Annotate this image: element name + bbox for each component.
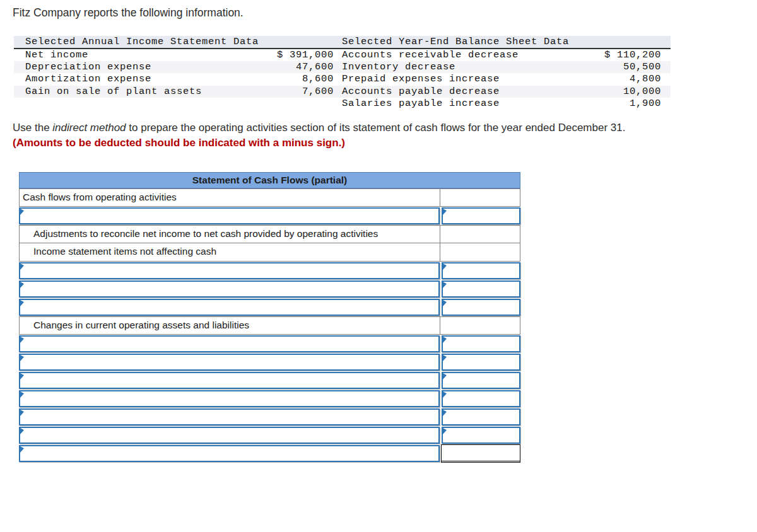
- worksheet-label-row: Adjustments to reconcile net income to n…: [19, 225, 520, 243]
- worksheet-account-input[interactable]: [19, 207, 440, 224]
- worksheet-amount-input[interactable]: [442, 262, 520, 279]
- worksheet-input-row: [19, 262, 520, 280]
- instruction-italic: indirect method: [52, 122, 126, 134]
- worksheet-row-label: Cash flows from operating activities: [20, 189, 440, 206]
- cash-flow-worksheet: Statement of Cash Flows (partial) Cash f…: [19, 172, 520, 463]
- worksheet-amount-input[interactable]: [442, 427, 520, 444]
- worksheet-amount-cell: [440, 243, 520, 261]
- worksheet-account-input[interactable]: [19, 299, 440, 316]
- worksheet-account-input[interactable]: [19, 427, 440, 444]
- worksheet-input-row: [19, 408, 520, 426]
- worksheet-account-input[interactable]: [19, 408, 440, 425]
- dropdown-arrow-icon: [20, 355, 24, 361]
- data-table-rows: Net income$ 391,000Accounts receivable d…: [14, 49, 671, 110]
- worksheet-account-input[interactable]: [19, 354, 440, 371]
- income-item-value: 47,600: [257, 61, 334, 73]
- worksheet-amount-input[interactable]: [442, 280, 520, 298]
- worksheet-label-row: Income statement items not affecting cas…: [19, 243, 520, 262]
- dropdown-arrow-icon: [443, 355, 447, 361]
- page-title: Fitz Company reports the following infor…: [13, 6, 244, 20]
- worksheet-amount-input[interactable]: [442, 372, 520, 389]
- balance-item-value: 4,800: [585, 73, 671, 85]
- worksheet-row-label: Income statement items not affecting cas…: [20, 243, 440, 261]
- worksheet-row-label: Adjustments to reconcile net income to n…: [20, 226, 440, 243]
- instruction-suffix: to prepare the operating activities sect…: [126, 122, 626, 134]
- income-item-value: 8,600: [257, 73, 334, 85]
- balance-item-label: Salaries payable increase: [334, 98, 585, 110]
- worksheet-label-row: Changes in current operating assets and …: [19, 316, 520, 335]
- worksheet-amount-input[interactable]: [442, 390, 520, 407]
- dropdown-arrow-icon: [443, 300, 447, 306]
- dropdown-arrow-icon: [443, 428, 447, 434]
- worksheet-amount-input[interactable]: [442, 299, 520, 316]
- instruction-warning: (Amounts to be deducted should be indica…: [13, 137, 345, 149]
- worksheet-input-row: [19, 335, 520, 353]
- dropdown-arrow-icon: [20, 300, 24, 306]
- balance-item-label: Prepaid expenses increase: [334, 73, 585, 85]
- worksheet-account-input[interactable]: [19, 262, 440, 279]
- worksheet-label-row: Cash flows from operating activities: [19, 188, 520, 207]
- worksheet-amount-input[interactable]: [442, 207, 520, 224]
- balance-item-value: $ 110,200: [585, 49, 671, 61]
- dropdown-arrow-icon: [443, 337, 447, 343]
- balance-item-label: Accounts payable decrease: [334, 86, 585, 98]
- income-balance-data-table: Selected Annual Income Statement Data Se…: [14, 36, 671, 110]
- worksheet-input-row: [19, 353, 520, 371]
- dropdown-arrow-icon: [20, 282, 24, 288]
- worksheet-input-row: [19, 371, 520, 390]
- instruction-text: Use the indirect method to prepare the o…: [13, 122, 625, 134]
- data-table-row: Gain on sale of plant assets7,600Account…: [14, 86, 671, 98]
- balance-item-label: Inventory decrease: [334, 61, 585, 73]
- dropdown-arrow-icon: [443, 282, 447, 288]
- worksheet-amount-input[interactable]: [442, 354, 520, 371]
- dropdown-arrow-icon: [20, 446, 24, 453]
- worksheet-input-row: [19, 207, 520, 225]
- worksheet-account-input[interactable]: [19, 280, 440, 298]
- balance-sheet-header: Selected Year-End Balance Sheet Data: [334, 36, 569, 48]
- worksheet-total-cell[interactable]: [441, 444, 520, 463]
- worksheet-input-row: [19, 390, 520, 408]
- worksheet-amount-input[interactable]: [442, 335, 520, 352]
- data-table-row: Salaries payable increase1,900: [14, 98, 671, 110]
- dropdown-arrow-icon: [443, 209, 447, 215]
- income-item-label: Depreciation expense: [14, 61, 257, 73]
- income-item-value: 7,600: [257, 86, 334, 98]
- dropdown-arrow-icon: [20, 263, 24, 270]
- dropdown-arrow-icon: [20, 410, 24, 416]
- income-item-label: Net income: [14, 49, 257, 61]
- worksheet-total-row: [19, 444, 520, 463]
- worksheet-input-row: [19, 426, 520, 444]
- worksheet-account-input[interactable]: [19, 445, 440, 462]
- balance-item-value: 10,000: [585, 86, 671, 98]
- dropdown-arrow-icon: [443, 410, 447, 416]
- worksheet-input-row: [19, 280, 520, 298]
- data-table-row: Net income$ 391,000Accounts receivable d…: [14, 49, 671, 61]
- worksheet-title: Statement of Cash Flows (partial): [19, 172, 520, 188]
- balance-item-value: 50,500: [585, 61, 671, 73]
- worksheet-account-input[interactable]: [19, 390, 440, 407]
- worksheet-rows: Cash flows from operating activitiesAdju…: [19, 188, 520, 463]
- balance-item-label: Accounts receivable decrease: [334, 49, 585, 61]
- instruction-prefix: Use the: [13, 122, 52, 134]
- worksheet-row-label: Changes in current operating assets and …: [20, 317, 440, 334]
- worksheet-account-input[interactable]: [19, 372, 440, 389]
- income-item-label: Amortization expense: [14, 73, 257, 85]
- worksheet-amount-cell: [440, 189, 520, 206]
- worksheet-amount-cell: [440, 317, 520, 334]
- dropdown-arrow-icon: [443, 263, 447, 270]
- worksheet-amount-cell: [440, 226, 520, 243]
- worksheet-account-input[interactable]: [19, 335, 440, 352]
- data-table-row: Amortization expense8,600Prepaid expense…: [14, 73, 671, 85]
- dropdown-arrow-icon: [20, 209, 24, 215]
- worksheet-input-row: [19, 298, 520, 316]
- data-table-header-row: Selected Annual Income Statement Data Se…: [14, 36, 671, 49]
- income-item-label: Gain on sale of plant assets: [14, 86, 257, 98]
- dropdown-arrow-icon: [443, 373, 447, 379]
- worksheet-amount-input[interactable]: [442, 408, 520, 425]
- dropdown-arrow-icon: [20, 373, 24, 379]
- dropdown-arrow-icon: [20, 391, 24, 398]
- balance-item-value: 1,900: [585, 98, 671, 110]
- dropdown-arrow-icon: [20, 428, 24, 434]
- income-item-value: $ 391,000: [257, 49, 334, 61]
- dropdown-arrow-icon: [20, 337, 24, 343]
